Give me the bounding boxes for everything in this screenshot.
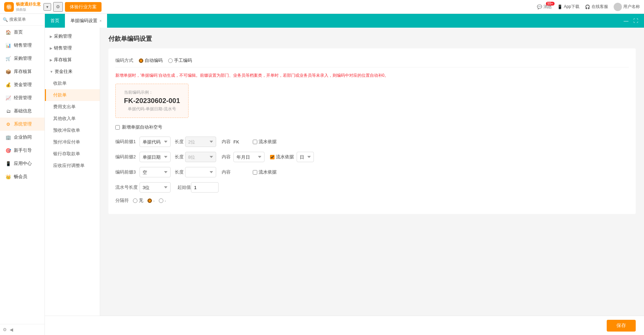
sidebar-item-member[interactable]: 👑 畅会员	[0, 170, 45, 183]
submenu-item-payment[interactable]: 付款单	[45, 89, 100, 101]
prefix-row-2: 编码前缀2 单据日期 长度 8位 内容 年月日	[115, 152, 629, 162]
code-preview-box: 当前编码示例： FK-20230602-001 单据代码-单据日期-流水号	[115, 84, 189, 118]
code-preview-sub: 单据代码-单据日期-流水号	[124, 106, 180, 112]
submenu-sales-title[interactable]: ▶ 销售管理	[45, 42, 100, 54]
online-service-btn[interactable]: 🎧 在线客服	[585, 4, 608, 10]
prefix1-serial-input[interactable]	[253, 140, 257, 144]
auto-fill-checkbox[interactable]	[115, 125, 120, 130]
prefix1-length-label: 长度	[175, 139, 184, 145]
serial-length-select[interactable]: 3位	[140, 182, 171, 193]
prefix2-content-select[interactable]: 年月日	[233, 152, 265, 162]
submenu: ▶ 采购管理 ▶ 销售管理 ▶ 库存核算	[45, 28, 100, 316]
base-icon: 🗂	[6, 108, 11, 114]
sep-dot-input[interactable]	[147, 198, 152, 203]
sidebar-item-base[interactable]: 🗂 基础信息	[0, 104, 45, 118]
settings-icon-btn[interactable]: ⚙	[53, 2, 63, 12]
save-button[interactable]: 保存	[607, 320, 636, 332]
tab-expand-icon[interactable]: ⛶	[632, 17, 640, 25]
prefix1-select[interactable]: 单据代码	[140, 137, 171, 147]
sep-none-radio[interactable]: 无	[133, 197, 143, 204]
prefix3-content-label: 内容	[222, 169, 231, 175]
page-title: 付款单编码设置	[108, 35, 636, 43]
sidebar-item-operation[interactable]: 📈 经营管理	[0, 91, 45, 104]
prefix1-content-value: FK	[233, 139, 247, 145]
manual-coding-radio[interactable]: 手工编码	[168, 57, 192, 64]
prefix3-serial-checkbox[interactable]: 流水依据	[253, 169, 277, 175]
sidebar-item-sales[interactable]: 📊 销售管理	[0, 39, 45, 52]
prefix-row-1: 编码前缀1 单据代码 长度 2位 内容 FK 流水依据	[115, 137, 629, 147]
auto-coding-radio[interactable]: 自动编码	[139, 57, 163, 64]
sep-none-input[interactable]	[133, 198, 137, 203]
submenu-item-advance-pay[interactable]: 预付冲应付单	[45, 136, 100, 148]
messages-btn[interactable]: 💬 消息 99+	[537, 4, 552, 10]
sep-dash-input[interactable]	[159, 198, 163, 203]
prefix1-serial-checkbox[interactable]: 流水依据	[253, 139, 277, 145]
start-value-label: 起始值	[177, 184, 191, 190]
sidebar-item-finance[interactable]: 💰 资金管理	[0, 78, 45, 91]
tab-minimize-icon[interactable]: —	[622, 17, 630, 25]
prefix2-period-select[interactable]: 日	[297, 152, 314, 162]
messages-badge: 99+	[546, 2, 555, 6]
apps-icon: 📱	[6, 161, 11, 166]
sidebar-item-enterprise[interactable]: 🏢 企业协同	[0, 131, 45, 144]
sidebar-collapse-icon[interactable]: ◀	[10, 327, 13, 332]
prefix2-serial-input[interactable]	[270, 155, 275, 159]
main-layout: 🔍 搜索菜单 🏠 首页 📊 销售管理 🛒 采购管理 📦 库存核算 💰 资金管理 …	[0, 14, 644, 335]
submenu-item-bank-deposit[interactable]: 银行存取款单	[45, 148, 100, 160]
user-avatar-btn[interactable]: 用户名称	[614, 3, 640, 11]
right-panel: 首页 单据编码设置 × — ⛶ ▶ 采购管理	[45, 14, 644, 335]
submenu-item-ap-adjust[interactable]: 应收应付调整单	[45, 160, 100, 171]
prefix3-serial-input[interactable]	[253, 170, 257, 175]
tab-home[interactable]: 首页	[45, 14, 65, 28]
topbar-nav: ▾ ⚙ 体验行业方案	[44, 2, 102, 12]
app-download-btn[interactable]: 📱 App下载	[557, 4, 579, 10]
sidebar-item-inventory[interactable]: 📦 库存核算	[0, 65, 45, 78]
code-preview-label: 当前编码示例：	[124, 90, 180, 95]
cta-button[interactable]: 体验行业方案	[65, 2, 102, 12]
start-value-input[interactable]	[191, 182, 219, 193]
submenu-group-capital: ▼ 资金往来 收款单 付款单 费用支出单 其他收入单 预收冲应收单 预付冲应付单…	[45, 66, 100, 171]
settings-card: 编码方式 自动编码 手工编码	[108, 48, 636, 214]
submenu-item-advance-receive[interactable]: 预收冲应收单	[45, 124, 100, 136]
chevron-right-icon2: ▶	[50, 46, 52, 50]
search-icon: 🔍	[3, 17, 8, 22]
system-icon: ⚙	[6, 121, 11, 127]
sidebar-item-system[interactable]: ⚙ 系统管理	[0, 118, 45, 131]
manual-coding-input[interactable]	[168, 58, 173, 63]
sidebar-item-purchase[interactable]: 🛒 采购管理	[0, 52, 45, 65]
app-icon: 📱	[557, 4, 563, 9]
prefix1-length-select[interactable]: 2位	[185, 137, 216, 147]
tab-close-icon[interactable]: ×	[99, 19, 102, 23]
sidebar-item-apps[interactable]: 📱 应用中心	[0, 157, 45, 170]
sidebar-settings-icon[interactable]: ⚙	[3, 327, 7, 332]
prefix3-select[interactable]: 空	[140, 167, 171, 177]
sep-dot-radio[interactable]: ·	[147, 198, 155, 203]
sidebar-item-home[interactable]: 🏠 首页	[0, 26, 45, 39]
chevron-right-icon3: ▶	[50, 58, 52, 62]
page-content: 付款单编码设置 编码方式 自动编码 手工编码	[100, 28, 644, 316]
user-avatar	[614, 3, 622, 11]
sidebar-item-newbie[interactable]: 🎯 新手引导	[0, 144, 45, 157]
search-menu-btn[interactable]: 🔍 搜索菜单	[0, 14, 45, 26]
topbar-right: 💬 消息 99+ 📱 App下载 🎧 在线客服 用户名称	[537, 3, 640, 11]
auto-coding-input[interactable]	[139, 58, 143, 63]
serial-row: 流水号长度 3位 起始值	[115, 182, 629, 193]
sidebar: 🔍 搜索菜单 🏠 首页 📊 销售管理 🛒 采购管理 📦 库存核算 💰 资金管理 …	[0, 14, 45, 335]
prefix2-serial-checkbox[interactable]: 流水依据	[270, 154, 294, 160]
prefix2-label: 编码前缀2	[115, 154, 140, 160]
brand-icon: 畅	[6, 4, 12, 10]
submenu-item-other-income[interactable]: 其他收入单	[45, 113, 100, 124]
submenu-item-expense[interactable]: 费用支出单	[45, 101, 100, 113]
sep-dash-radio[interactable]: ·	[159, 198, 166, 203]
prefix2-select[interactable]: 单据日期	[140, 152, 171, 162]
submenu-group-sales: ▶ 销售管理	[45, 42, 100, 54]
submenu-inventory-title[interactable]: ▶ 库存核算	[45, 54, 100, 66]
prefix3-length-select[interactable]	[185, 167, 216, 177]
submenu-purchase-title[interactable]: ▶ 采购管理	[45, 30, 100, 42]
prefix2-length-select[interactable]: 8位	[185, 152, 216, 162]
tab-doc-code[interactable]: 单据编码设置 ×	[65, 14, 107, 28]
submenu-item-receive[interactable]: 收款单	[45, 77, 100, 89]
inventory-icon: 📦	[6, 69, 11, 74]
nav-dropdown-btn[interactable]: ▾	[44, 3, 51, 11]
submenu-capital-title[interactable]: ▼ 资金往来	[45, 66, 100, 77]
